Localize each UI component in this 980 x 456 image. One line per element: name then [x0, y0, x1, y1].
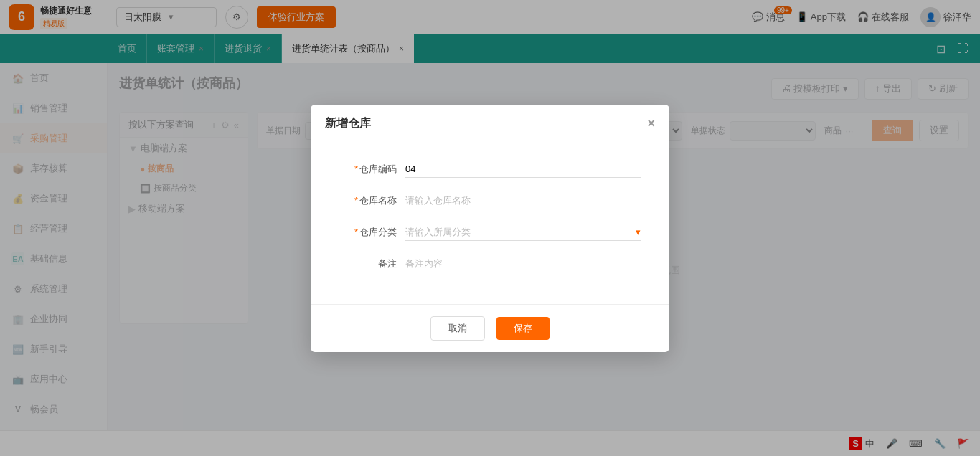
- new-warehouse-modal: 新增仓库 × 仓库编码 仓库名称 仓库分类 ▾: [311, 105, 669, 352]
- modal-title: 新增仓库: [325, 116, 371, 131]
- save-button[interactable]: 保存: [496, 317, 550, 340]
- modal-close-button[interactable]: ×: [647, 117, 655, 130]
- form-row-category: 仓库分类 ▾: [339, 224, 641, 241]
- category-dropdown-icon: ▾: [636, 227, 641, 237]
- code-label: 仓库编码: [339, 163, 397, 176]
- category-input[interactable]: [405, 227, 633, 237]
- category-label: 仓库分类: [339, 226, 397, 239]
- modal-footer: 取消 保存: [311, 304, 669, 352]
- name-label: 仓库名称: [339, 194, 397, 207]
- name-input[interactable]: [405, 192, 641, 209]
- modal-body: 仓库编码 仓库名称 仓库分类 ▾ 备注: [311, 143, 669, 304]
- category-select[interactable]: ▾: [405, 224, 641, 241]
- code-input[interactable]: [405, 161, 641, 178]
- remark-input[interactable]: [405, 255, 641, 272]
- form-row-remark: 备注: [339, 255, 641, 272]
- remark-label: 备注: [339, 257, 397, 270]
- form-row-code: 仓库编码: [339, 161, 641, 178]
- form-row-name: 仓库名称: [339, 192, 641, 209]
- modal-overlay: 新增仓库 × 仓库编码 仓库名称 仓库分类 ▾: [0, 0, 980, 456]
- cancel-button[interactable]: 取消: [430, 316, 485, 341]
- modal-header: 新增仓库 ×: [311, 105, 669, 143]
